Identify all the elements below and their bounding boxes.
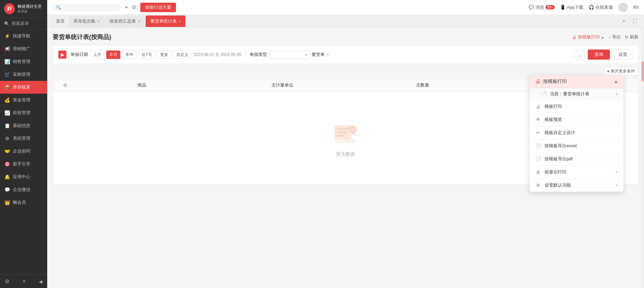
dropdown-item-printer-icon: 🖨 xyxy=(535,104,541,109)
dropdown-printer-icon: 🖨 xyxy=(535,78,540,85)
template-print-button[interactable]: 🖨 按模板打印 ▲ xyxy=(572,34,605,40)
sidebar-item-quick-nav[interactable]: ⚡ 快捷导航 xyxy=(0,30,47,42)
topbar-gear-icon[interactable]: ⚙ xyxy=(131,4,136,10)
filter-expand-button[interactable]: ▶ xyxy=(58,51,66,59)
date-btn-last-7-days[interactable]: 近7天 xyxy=(139,51,155,59)
dropdown-item-arrow-icon: ▾ xyxy=(616,183,618,188)
scrollbar-thumb xyxy=(642,61,644,82)
tab-expand-area: × ⛶ xyxy=(620,17,639,25)
app-version: 标准版 xyxy=(18,9,42,14)
user-avatar[interactable] xyxy=(618,3,628,12)
system-icon: ⚙ xyxy=(4,135,10,141)
sidebar-logo: 好 畅捷通好生意 标准版 xyxy=(0,0,47,18)
topbar-search-input[interactable] xyxy=(63,5,110,10)
tab-close-icon[interactable]: × xyxy=(179,19,181,23)
svg-rect-2 xyxy=(336,128,349,130)
enterprise-icon: 🤝 xyxy=(4,148,10,154)
messages-button[interactable]: 💬 消息 99+ xyxy=(529,4,555,10)
online-service-icon: 🎧 xyxy=(589,5,594,10)
dropdown-item-label: 按显示打印 xyxy=(545,169,566,175)
sidebar-item-guide[interactable]: 🎯 新手引导 xyxy=(0,158,47,170)
refresh-button[interactable]: ↻ 刷新 xyxy=(625,34,639,40)
query-button[interactable]: 查询 xyxy=(588,50,610,60)
settings-button[interactable]: 设置 xyxy=(613,50,633,60)
dropdown-item-pdf-icon: 📄 xyxy=(535,156,541,162)
dropdown-item-template-custom-design[interactable]: ✏ 模板自定义设计 xyxy=(530,126,623,139)
tab-receipt-summary[interactable]: 收发存汇总表 × xyxy=(105,15,145,27)
tab-order-stats[interactable]: 要货单统计表 × xyxy=(146,15,185,27)
sidebar-search-item[interactable]: 🔍 搜索菜单 xyxy=(0,18,47,30)
trial-button[interactable]: 体验行业方案 xyxy=(140,3,176,12)
date-btn-last-month[interactable]: 上月 xyxy=(90,51,104,59)
expand-filters-button[interactable]: ▾ 展开更多条件 xyxy=(604,67,639,76)
dropdown-item-template-print[interactable]: 🖨 模板打印 xyxy=(530,100,623,113)
tab-close-all-icon[interactable]: × xyxy=(620,17,628,25)
sidebar-item-operation[interactable]: 📈 经营管理 xyxy=(0,106,47,119)
dropdown-item-label: 模板预览 xyxy=(545,117,562,123)
sidebar-item-label: 资金管理 xyxy=(13,97,30,103)
tab-home[interactable]: 首页 xyxy=(53,16,68,26)
page-header: 要货单统计表(按商品) 🖨 按模板打印 ▲ ↑ 导出 ↻ 刷新 xyxy=(53,33,639,41)
more-options-button[interactable]: ... xyxy=(574,50,585,59)
sidebar-item-sales[interactable]: 📊 销售管理 xyxy=(0,55,47,68)
sidebar-item-marketing[interactable]: 📢 营销推广 xyxy=(0,42,47,55)
dropdown-current-item[interactable]: 📄 当前：要货单统计表 ▾ xyxy=(530,88,623,100)
sidebar-item-finance[interactable]: 💰 资金管理 xyxy=(0,94,47,106)
filter-type-select-wrap xyxy=(269,51,310,59)
app-download-label: App下载 xyxy=(567,4,583,10)
dropdown-header[interactable]: 🖨 按模板打印 ▲ xyxy=(530,75,623,88)
export-button[interactable]: ↑ 导出 xyxy=(609,34,621,40)
dropdown-current-arrow-icon: ▾ xyxy=(616,92,618,96)
sidebar-settings-icon[interactable]: ⚙ xyxy=(5,278,9,285)
dropdown-item-set-default[interactable]: ⚙ 设置默认功能 ▾ xyxy=(530,179,623,192)
chevron-down-icon: ▾ xyxy=(607,69,609,74)
basic-icon: 📋 xyxy=(4,123,10,129)
dropdown-item-export-excel[interactable]: 📄 按模板导出excel xyxy=(530,139,623,153)
date-btn-current-year[interactable]: 本年 xyxy=(122,51,137,59)
sales-icon: 📊 xyxy=(4,59,10,65)
logo-text-block: 畅捷通好生意 标准版 xyxy=(18,4,42,14)
svg-point-6 xyxy=(350,127,356,132)
date-range-display: 2023-06-01 至 2023-06-30 xyxy=(194,52,241,58)
tab-close-icon[interactable]: × xyxy=(138,19,140,23)
filter-type-select[interactable] xyxy=(269,51,310,59)
sidebar-item-purchase[interactable]: 🛒 采购管理 xyxy=(0,68,47,81)
empty-illustration xyxy=(329,119,362,146)
app-download-button[interactable]: 📱 App下载 xyxy=(560,4,583,10)
sidebar-item-member[interactable]: 👑 畅会员 xyxy=(0,196,47,209)
tab-close-icon[interactable]: × xyxy=(97,19,99,23)
sidebar-item-system[interactable]: ⚙ 系统管理 xyxy=(0,132,47,145)
page-title: 要货单统计表(按商品) xyxy=(53,33,111,41)
date-btn-custom[interactable]: 自定义 xyxy=(173,51,192,59)
search-icon: 🔍 xyxy=(4,21,9,26)
svg-rect-3 xyxy=(336,132,347,133)
topbar-dropdown[interactable]: ▾ xyxy=(124,5,127,10)
content-area: 要货单统计表(按商品) 🖨 按模板打印 ▲ ↑ 导出 ↻ 刷新 ▶ xyxy=(47,28,644,288)
sidebar-item-enterprise[interactable]: 🤝 企业协同 xyxy=(0,145,47,158)
export-icon: ↑ xyxy=(609,35,611,40)
date-btn-more[interactable]: 更多 xyxy=(157,51,171,59)
tab-label: 要货单统计表 xyxy=(150,18,177,24)
table-column-settings-icon[interactable]: ⚙ xyxy=(62,81,69,89)
user-name[interactable]: Rit xyxy=(633,5,639,10)
wechat-icon: 💬 xyxy=(4,187,10,193)
sidebar-collapse-icon[interactable]: ◀ xyxy=(39,279,42,284)
dropdown-item-display-print[interactable]: 🖥 按显示打印 ▾ xyxy=(530,166,623,179)
tab-inventory-batch[interactable]: 库存批次账 × xyxy=(69,15,104,27)
sidebar-item-wechat[interactable]: 💬 企业微信 xyxy=(0,183,47,196)
sidebar-nav: ⚡ 快捷导航 📢 营销推广 📊 销售管理 🛒 采购管理 📦 库存核算 💰 资金管… xyxy=(0,30,47,275)
app-name: 畅捷通好生意 xyxy=(18,4,42,9)
date-btn-current-month[interactable]: 本月 xyxy=(106,51,120,59)
dropdown-item-template-preview[interactable]: 👁 模板预览 xyxy=(530,113,623,126)
online-service-button[interactable]: 🎧 在线客服 xyxy=(589,4,613,10)
dropdown-item-export-pdf[interactable]: 📄 按模板导出pdf xyxy=(530,153,623,166)
sidebar-item-inventory[interactable]: 📦 库存核算 xyxy=(0,81,47,94)
sidebar-item-label: 基础信息 xyxy=(13,123,30,129)
right-scrollbar[interactable] xyxy=(641,28,644,288)
goods-dropdown-icon: ▾ xyxy=(327,52,329,57)
tab-fullscreen-icon[interactable]: ⛶ xyxy=(631,17,639,25)
sidebar-item-basic[interactable]: 📋 基础信息 xyxy=(0,119,47,132)
sidebar-scroll-down-icon: ▼ xyxy=(22,279,26,284)
sidebar-item-appstore[interactable]: 🔔 应用中心 xyxy=(0,170,47,183)
topbar-search-icon: 🔍 xyxy=(56,5,61,10)
